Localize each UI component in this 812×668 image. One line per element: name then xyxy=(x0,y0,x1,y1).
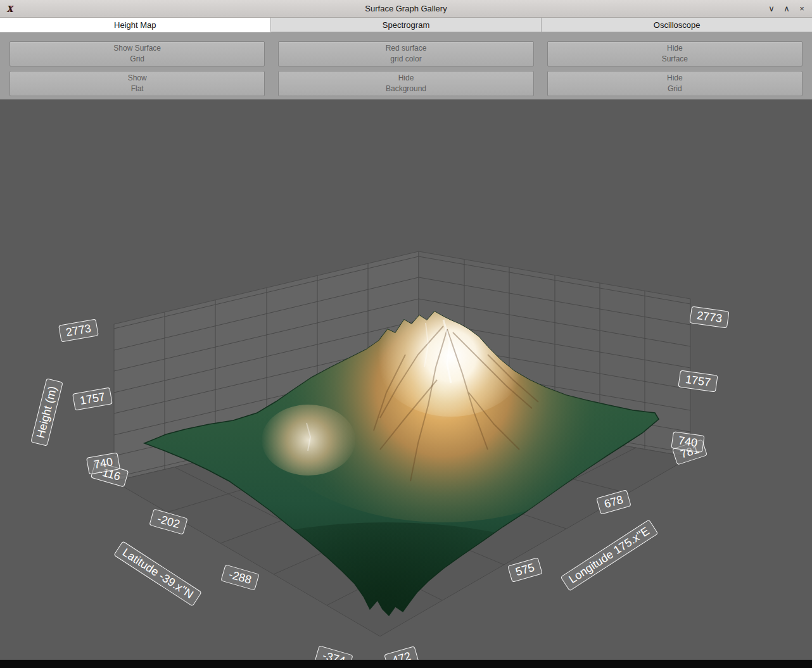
toggle-surface-button[interactable]: Hide Surface xyxy=(547,41,802,66)
toggle-surface-grid-button[interactable]: Show Surface Grid xyxy=(10,41,265,66)
toggle-background-button[interactable]: Hide Background xyxy=(278,71,533,96)
tab-oscilloscope[interactable]: Oscilloscope xyxy=(542,18,812,32)
surface-grid-color-button[interactable]: Red surface grid color xyxy=(278,41,533,66)
button-label-line: Surface xyxy=(662,54,688,65)
tab-bar: Height Map Spectrogram Oscilloscope xyxy=(0,18,812,32)
maximize-window-button[interactable]: ∧ xyxy=(780,3,793,15)
close-window-button[interactable]: × xyxy=(796,3,808,15)
toggle-flat-shading-button[interactable]: Show Flat xyxy=(10,71,265,96)
button-label-line: Red surface xyxy=(386,43,427,54)
window-titlebar[interactable]: X Surface Graph Gallery ∨ ∧ × xyxy=(0,0,812,18)
button-label-line: Hide xyxy=(667,73,683,84)
shade-window-button[interactable]: ∨ xyxy=(765,3,778,15)
toggle-grid-button[interactable]: Hide Grid xyxy=(547,71,802,96)
tab-spectrogram[interactable]: Spectrogram xyxy=(271,18,542,32)
button-label-line: Show xyxy=(128,73,147,84)
graph-controls-panel: Show Surface Grid Red surface grid color… xyxy=(0,32,812,99)
button-label-line: Background xyxy=(386,84,426,94)
button-label-line: Grid xyxy=(130,54,144,65)
tab-height-map[interactable]: Height Map xyxy=(0,18,271,32)
button-label-line: Show Surface xyxy=(113,43,161,54)
button-label-line: grid color xyxy=(390,54,421,65)
controls-grid: Show Surface Grid Red surface grid color… xyxy=(10,41,802,96)
button-label-line: Grid xyxy=(668,84,682,94)
app-icon: X xyxy=(5,4,15,14)
window-title: Surface Graph Gallery xyxy=(0,4,812,13)
window-controls: ∨ ∧ × xyxy=(765,3,812,15)
button-label-line: Hide xyxy=(398,73,414,84)
screen-edge-bar xyxy=(0,660,812,668)
button-label-line: Hide xyxy=(667,43,683,54)
button-label-line: Flat xyxy=(131,84,144,94)
